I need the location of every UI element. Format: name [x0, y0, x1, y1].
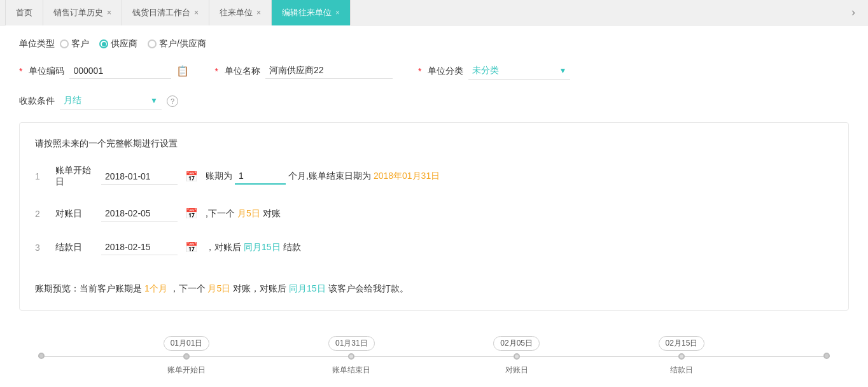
timeline-node-2: 01月31日 账单结束日	[328, 336, 375, 376]
unit-name-required: *	[214, 66, 218, 76]
row-1-desc: 账期为 个月,账单结束日期为 2018年01月31日	[206, 168, 440, 185]
period-prefix: 账期为	[206, 171, 232, 182]
unit-name-input[interactable]	[265, 63, 393, 79]
preview-reconcile: 月5日	[207, 283, 230, 293]
payment-prefix: ，对账后	[206, 242, 241, 253]
payment-terms-arrow: ▼	[150, 96, 158, 105]
radio-customer-circle	[60, 39, 69, 48]
timeline-node-1: 01月01日 账单开始日	[164, 336, 210, 376]
payment-suffix: 结款	[283, 242, 301, 253]
payment-terms-row: 收款条件 月结 ▼ ?	[19, 92, 849, 109]
start-date-input[interactable]	[101, 169, 178, 185]
reconcile-suffix: 对账	[263, 208, 281, 220]
unit-category-select[interactable]: 未分类 ▼	[468, 62, 570, 80]
row-num-2: 2	[35, 209, 48, 219]
unit-category-value: 未分类	[472, 65, 559, 76]
preview-text: 账期预览：当前客户账期是 1个月 ，下一个 月5日 对账，对账后 同月15日 该…	[35, 273, 833, 295]
period-input[interactable]	[235, 168, 286, 185]
unit-code-icon[interactable]: 📋	[176, 65, 189, 77]
preview-3-prefix: 对账，对账后	[233, 283, 286, 293]
start-date-calendar-icon[interactable]: 📅	[185, 171, 198, 183]
preview-suffix: 该客户会给我打款。	[328, 283, 409, 293]
preview-2-prefix: ，下一个	[170, 283, 206, 293]
period-suffix: 个月,账单结束日期为	[288, 171, 371, 182]
radio-both-label: 客户/供应商	[159, 38, 206, 50]
timeline-end-dot	[823, 353, 830, 359]
timeline-end	[823, 336, 830, 376]
settings-card: 请按照未来的一个完整帐期进行设置 1 账单开始日 📅 账期为 个月,账单结束日期…	[19, 122, 849, 311]
unit-name-field: * 单位名称	[214, 63, 392, 79]
tab-bar: 首页 销售订单历史 × 钱货日清工作台 × 往来单位 × 编辑往来单位 × ›	[0, 0, 868, 25]
radio-customer[interactable]: 客户	[60, 38, 89, 50]
timeline-start	[38, 336, 45, 376]
setting-row-3: 3 结款日 📅 ，对账后 同月15日 结款	[35, 239, 833, 255]
timeline-container: 01月01日 账单开始日 01月31日 账单结束日 02月05日 对账日	[38, 326, 830, 386]
unit-category-arrow: ▼	[559, 66, 566, 75]
unit-code-required: *	[19, 66, 22, 76]
reconcile-date-calendar-icon[interactable]: 📅	[185, 208, 198, 220]
preview-payment: 同月15日	[289, 283, 326, 293]
unit-code-label: 单位编码	[29, 66, 64, 77]
unit-type-row: 单位类型 客户 供应商 客户/供应商	[19, 38, 849, 50]
close-cash-work[interactable]: ×	[194, 8, 199, 17]
payment-terms-field: 收款条件 月结 ▼ ?	[19, 92, 178, 109]
payment-terms-label: 收款条件	[19, 95, 55, 107]
radio-supplier[interactable]: 供应商	[99, 38, 137, 50]
main-content: 单位类型 客户 供应商 客户/供应商 * 单位编码	[0, 25, 868, 387]
timeline-dot-1	[183, 353, 190, 360]
payment-date-input[interactable]	[101, 239, 178, 255]
timeline-badge-3: 02月05日	[493, 336, 540, 351]
payment-terms-value: 月结	[64, 95, 150, 106]
row-3-desc: ，对账后 同月15日 结款	[206, 242, 301, 253]
row-num-1: 1	[35, 171, 48, 181]
setting-row-2: 2 对账日 📅 ,下一个 月5日 对账	[35, 206, 833, 222]
radio-supplier-circle	[99, 39, 108, 48]
reconcile-prefix: ,下一个	[206, 208, 235, 220]
unit-type-label: 单位类型	[19, 38, 55, 50]
preview-prefix: 账期预览：当前客户账期是	[35, 283, 142, 293]
radio-both[interactable]: 客户/供应商	[148, 38, 206, 50]
unit-name-label: 单位名称	[225, 66, 260, 77]
timeline-label-2: 账单结束日	[332, 365, 370, 376]
unit-type-radio-group: 客户 供应商 客户/供应商	[60, 38, 206, 50]
tab-edit-partner[interactable]: 编辑往来单位 ×	[272, 0, 351, 25]
unit-type-field: 单位类型 客户 供应商 客户/供应商	[19, 38, 206, 50]
reconcile-date-input[interactable]	[101, 206, 178, 222]
radio-both-circle	[148, 39, 157, 48]
unit-code-field: * 单位编码 📋	[19, 63, 189, 79]
close-partner[interactable]: ×	[256, 8, 261, 17]
timeline-badge-1: 01月01日	[164, 336, 210, 351]
close-sales-history[interactable]: ×	[107, 8, 111, 17]
timeline-node-3: 02月05日 对账日	[493, 336, 540, 376]
row-label-3: 结款日	[55, 242, 94, 253]
timeline-badge-4: 02月15日	[659, 336, 705, 351]
setting-row-1: 1 账单开始日 📅 账期为 个月,账单结束日期为 2018年01月31日	[35, 165, 833, 188]
preview-period: 1个月	[144, 283, 167, 293]
tab-cash-work[interactable]: 钱货日清工作台 ×	[122, 0, 209, 25]
timeline-start-dot	[38, 353, 45, 359]
card-title: 请按照未来的一个完整帐期进行设置	[35, 138, 833, 150]
end-date-highlight: 2018年01月31日	[374, 171, 440, 182]
tab-partner[interactable]: 往来单位 ×	[209, 0, 272, 25]
tab-more-button[interactable]: ›	[844, 6, 863, 19]
code-name-category-row: * 单位编码 📋 * 单位名称 * 单位分类 未分类 ▼	[19, 62, 849, 80]
close-edit-partner[interactable]: ×	[335, 8, 340, 17]
payment-date-calendar-icon[interactable]: 📅	[185, 241, 198, 253]
timeline-section: 01月01日 账单开始日 01月31日 账单结束日 02月05日 对账日	[19, 326, 849, 386]
timeline-dot-4	[678, 353, 685, 360]
payment-terms-select[interactable]: 月结 ▼	[60, 92, 162, 109]
timeline-label-1: 账单开始日	[167, 365, 206, 376]
row-label-1: 账单开始日	[55, 165, 94, 188]
radio-customer-label: 客户	[71, 38, 89, 50]
timeline-badge-2: 01月31日	[328, 336, 375, 351]
row-label-2: 对账日	[55, 208, 94, 220]
payment-terms-help[interactable]: ?	[167, 95, 178, 107]
tab-home[interactable]: 首页	[5, 0, 43, 25]
timeline-dot-3	[514, 353, 520, 360]
timeline-nodes: 01月01日 账单开始日 01月31日 账单结束日 02月05日 对账日	[38, 336, 830, 376]
unit-code-input[interactable]	[69, 63, 171, 79]
unit-category-label: 单位分类	[428, 66, 463, 77]
unit-category-field: * 单位分类 未分类 ▼	[418, 62, 570, 80]
tab-sales-history[interactable]: 销售订单历史 ×	[43, 0, 122, 25]
payment-highlight: 同月15日	[244, 242, 281, 253]
